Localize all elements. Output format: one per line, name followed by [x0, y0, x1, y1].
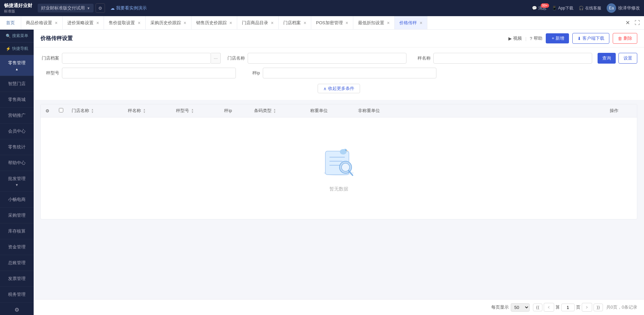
query-button[interactable]: 查询: [598, 53, 616, 64]
app-download-button[interactable]: 📱 App下载: [552, 5, 573, 11]
tab-store-catalog-close[interactable]: ×: [271, 20, 274, 26]
help-link[interactable]: ? 帮助: [530, 35, 542, 41]
sidebar-search[interactable]: 🔍 搜索菜单: [0, 30, 34, 42]
pagination-bar: 每页显示 10 20 50 100 ⟨⟨ ﹤ 算 页 ﹥ ⟩⟩ 共0页，0条记录: [34, 299, 644, 315]
sidebar-item-tax[interactable]: 税务管理: [0, 287, 34, 303]
tab-purchase-history-close[interactable]: ×: [184, 20, 186, 26]
tab-min-discount[interactable]: 最低折扣设置 ×: [353, 16, 395, 29]
sidebar-item-member[interactable]: 会员中心: [0, 124, 34, 139]
scale-model-input[interactable]: [62, 68, 236, 78]
first-page-button[interactable]: ⟨⟨: [533, 304, 542, 311]
query-label: 查询: [602, 55, 611, 61]
sidebar-item-marketing[interactable]: 营销推广: [0, 108, 34, 124]
version-settings-button[interactable]: ⚙: [96, 3, 105, 13]
collapse-button[interactable]: ∧ 收起更多条件: [318, 84, 360, 93]
app-download-label: App下载: [558, 5, 573, 11]
tab-sales-history[interactable]: 销售历史价跟踪 ×: [191, 16, 237, 29]
tab-store-file[interactable]: 门店档案 ×: [279, 16, 311, 29]
settings-btn-form[interactable]: 设置: [618, 53, 637, 64]
collapse-label: 收起更多条件: [328, 85, 354, 92]
maximize-tab-button[interactable]: ⛶: [633, 19, 641, 27]
sidebar-purchase-label: 采购管理: [8, 212, 26, 218]
sidebar-item-finance[interactable]: 资金管理: [0, 239, 34, 255]
sidebar-item-retail-management[interactable]: 零售管理 ▲: [0, 55, 34, 76]
column-settings-icon[interactable]: ⚙: [45, 108, 49, 113]
delete-button[interactable]: 🗑 删除: [613, 33, 637, 44]
store-file-more-button[interactable]: ···: [211, 53, 221, 64]
sort-icon[interactable]: ▲▼: [91, 108, 94, 114]
tab-sale-price-close[interactable]: ×: [138, 20, 140, 26]
tab-sales-history-close[interactable]: ×: [229, 20, 232, 26]
per-page-select[interactable]: 10 20 50 100: [511, 303, 530, 312]
sidebar: 🔍 搜索菜单 ⚡ 快捷导航 零售管理 ▲ 智慧门店 零售商城 营销推广 会员中心…: [0, 30, 34, 315]
search-icon: 🔍: [6, 34, 11, 38]
svg-point-9: [344, 149, 347, 152]
add-button[interactable]: + 新增: [546, 33, 569, 43]
per-page-label: 每页显示: [491, 304, 509, 310]
sidebar-item-retail-mall[interactable]: 零售商城: [0, 92, 34, 108]
sidebar-item-retail-stats[interactable]: 零售统计: [0, 139, 34, 155]
tab-pos-encryption[interactable]: POS加密管理 ×: [311, 16, 353, 29]
tab-pos-encryption-close[interactable]: ×: [346, 20, 348, 26]
demo-link[interactable]: ☁ 我要看实例演示: [110, 5, 147, 11]
tab-commodity-price-close[interactable]: ×: [55, 20, 58, 26]
tab-store-file-close[interactable]: ×: [303, 20, 306, 26]
tab-min-discount-close[interactable]: ×: [387, 20, 390, 26]
th-barcode-type-label: 条码类型: [254, 108, 272, 113]
sidebar-ledger-label: 总账管理: [8, 260, 26, 266]
sort-icon[interactable]: ▲▼: [143, 108, 146, 114]
store-file-input[interactable]: [62, 53, 211, 64]
store-file-label: 门店档案: [40, 55, 59, 61]
store-name-input[interactable]: [248, 53, 406, 64]
sidebar-item-inventory[interactable]: 库存核算: [0, 223, 34, 239]
video-icon: ▶: [508, 36, 512, 41]
tab-price-scale[interactable]: 价格传秤 ×: [395, 16, 427, 29]
download-button[interactable]: ⬇ 客户端下载: [572, 33, 609, 44]
sidebar-member-label: 会员中心: [8, 128, 26, 134]
sidebar-item-purchase[interactable]: 采购管理: [0, 208, 34, 223]
table-body: 暂无数据: [41, 117, 637, 219]
sidebar-item-invoice[interactable]: 发票管理: [0, 271, 34, 287]
sidebar-item-wholesale[interactable]: 批发管理 ▼: [0, 171, 34, 192]
user-menu[interactable]: Ea 徐泽华修改: [607, 3, 640, 13]
online-service-button[interactable]: 🎧 在线客服: [579, 5, 601, 11]
scale-ip-input[interactable]: [263, 68, 437, 78]
tab-purchase-strategy-close[interactable]: ×: [96, 20, 99, 26]
scale-name-input[interactable]: [433, 53, 592, 64]
sidebar-settings-button[interactable]: ⚙: [0, 303, 34, 315]
tab-price-scale-close[interactable]: ×: [420, 20, 422, 26]
sidebar-inventory-label: 库存核算: [8, 228, 26, 234]
th-scale-ip-label: 秤ip: [224, 108, 232, 113]
chevron-down-icon: ▼: [87, 6, 90, 10]
tab-price-scale-label: 价格传秤: [399, 20, 417, 26]
sidebar-item-ecommerce[interactable]: 小畅电商: [0, 192, 34, 208]
sidebar-nav[interactable]: ⚡ 快捷导航: [0, 42, 34, 55]
close-tab-button[interactable]: ✕: [624, 19, 631, 27]
chevron-up-icon: ▲: [15, 67, 19, 71]
sidebar-item-smart-store[interactable]: 智慧门店: [0, 76, 34, 92]
video-link[interactable]: ▶ 视频: [508, 35, 522, 41]
table-wrapper: ⚙ 门店名称 ▲▼ 秤名称 ▲▼: [40, 104, 637, 219]
tab-purchase-history[interactable]: 采购历史价跟踪 ×: [146, 16, 191, 29]
select-all-checkbox[interactable]: [59, 108, 63, 112]
tab-store-catalog[interactable]: 门店商品目录 ×: [237, 16, 279, 29]
th-actions-label: 操作: [610, 108, 618, 113]
sidebar-item-help[interactable]: 帮助中心: [0, 155, 34, 171]
form-row-2: 秤型号 秤ip: [40, 68, 637, 78]
sort-icon[interactable]: ▲▼: [191, 108, 194, 114]
tab-purchase-strategy[interactable]: 进价策略设置 ×: [63, 16, 104, 29]
prev-page-button[interactable]: ﹤: [544, 303, 554, 312]
version-selector[interactable]: 好业财标准版交付试用 ▼: [38, 4, 94, 12]
tab-home[interactable]: 首页: [0, 16, 21, 29]
last-page-button[interactable]: ⟩⟩: [594, 304, 603, 311]
sidebar-item-ledger[interactable]: 总账管理: [0, 255, 34, 271]
th-store-name: 门店名称 ▲▼: [68, 104, 124, 117]
sort-icon[interactable]: ▲▼: [273, 108, 276, 114]
tab-commodity-price[interactable]: 商品价格设置 ×: [21, 16, 63, 29]
avatar: Ea: [607, 3, 616, 13]
tab-sale-price[interactable]: 售价提取设置 ×: [104, 16, 145, 29]
next-page-button[interactable]: ﹥: [582, 303, 592, 312]
messages-button[interactable]: 💬 消息 99+: [532, 5, 546, 11]
page-number-input[interactable]: [561, 304, 575, 311]
user-initials: Ea: [609, 6, 614, 10]
